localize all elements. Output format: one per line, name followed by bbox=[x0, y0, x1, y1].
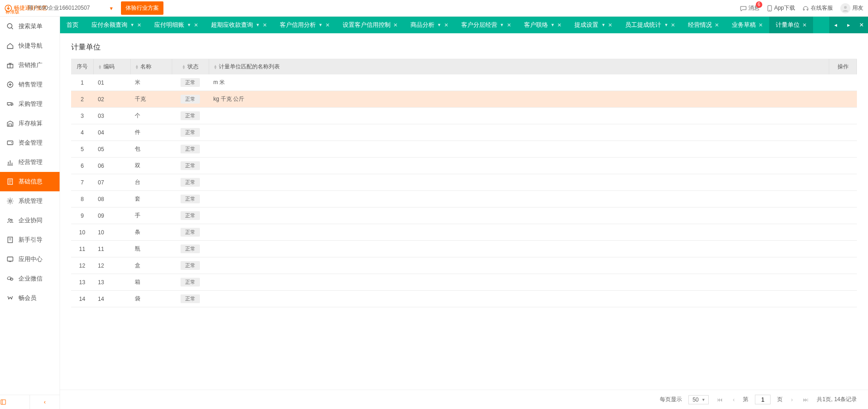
close-icon[interactable]: ✕ bbox=[507, 22, 511, 28]
sidebar-item-11[interactable]: 新手引导 bbox=[0, 230, 60, 250]
svg-point-4 bbox=[7, 24, 12, 28]
sidebar-item-3[interactable]: 销售管理 bbox=[0, 75, 60, 94]
col-code[interactable]: ▲▼编码 bbox=[93, 59, 130, 74]
page-summary: 共1页, 14条记录 bbox=[817, 396, 857, 403]
close-icon[interactable]: ✕ bbox=[444, 22, 448, 28]
tab-4[interactable]: 客户信用分析▼✕ bbox=[273, 17, 336, 33]
sidebar-item-label: 系统管理 bbox=[18, 197, 42, 205]
close-icon[interactable]: ✕ bbox=[137, 22, 141, 28]
cell-op bbox=[829, 141, 857, 158]
tab-1[interactable]: 应付余额查询▼✕ bbox=[85, 17, 148, 33]
close-icon[interactable]: ✕ bbox=[608, 22, 612, 28]
svg-point-14 bbox=[8, 219, 10, 220]
sidebar-item-4[interactable]: 采购管理 bbox=[0, 94, 60, 114]
chart-icon bbox=[6, 159, 14, 166]
close-icon[interactable]: ✕ bbox=[326, 22, 330, 28]
sidebar-footer-left[interactable] bbox=[0, 395, 30, 409]
table-row[interactable]: 1414袋正常 bbox=[71, 291, 857, 307]
tabs-close-all[interactable]: ✕ bbox=[855, 17, 868, 33]
table-row[interactable]: 101米正常m 米 bbox=[71, 74, 857, 91]
sidebar-footer-right[interactable]: ‹ bbox=[30, 395, 60, 409]
table-row[interactable]: 909手正常 bbox=[71, 208, 857, 224]
try-industry-button[interactable]: 体验行业方案 bbox=[121, 1, 163, 15]
table-row[interactable]: 303个正常 bbox=[71, 108, 857, 124]
tab-7[interactable]: 客户分层经营▼✕ bbox=[455, 17, 518, 33]
page-next-button[interactable]: › bbox=[789, 396, 795, 404]
tab-6[interactable]: 商品分析▼✕ bbox=[404, 17, 455, 33]
sidebar-item-6[interactable]: 资金管理 bbox=[0, 133, 60, 153]
table-row[interactable]: 505包正常 bbox=[71, 141, 857, 158]
tab-label: 客户信用分析 bbox=[280, 21, 316, 29]
group-icon bbox=[6, 217, 14, 224]
tenant-select[interactable]: 用户690企业1660120507 ▾ bbox=[24, 4, 116, 12]
tab-0[interactable]: 首页 bbox=[60, 17, 85, 33]
close-icon[interactable]: ✕ bbox=[194, 22, 198, 28]
cell-match bbox=[209, 174, 829, 191]
svg-point-8 bbox=[8, 105, 9, 106]
cell-seq: 9 bbox=[71, 208, 93, 224]
pagination: 每页显示 50 ▾ ⏮ ‹ 第 页 › ⏭ 共1页, 14条记录 bbox=[60, 390, 868, 409]
sidebar-item-8[interactable]: 基础信息 bbox=[0, 172, 60, 191]
online-service-link[interactable]: 在线客服 bbox=[802, 4, 833, 12]
sidebar-item-1[interactable]: 快捷导航 bbox=[0, 36, 60, 55]
per-page-select[interactable]: 50 ▾ bbox=[688, 395, 709, 404]
tab-2[interactable]: 应付明细账▼✕ bbox=[148, 17, 205, 33]
cell-op bbox=[829, 241, 857, 257]
table-row[interactable]: 707台正常 bbox=[71, 174, 857, 191]
tab-11[interactable]: 经营情况✕ bbox=[681, 17, 725, 33]
warehouse-icon bbox=[6, 120, 14, 127]
tab-3[interactable]: 超期应收款查询▼✕ bbox=[205, 17, 273, 33]
close-icon[interactable]: ✕ bbox=[759, 22, 763, 28]
sidebar-item-label: 应用中心 bbox=[18, 255, 42, 263]
sidebar-item-9[interactable]: 系统管理 bbox=[0, 191, 60, 211]
col-match[interactable]: ▲▼计量单位匹配的名称列表 bbox=[209, 59, 829, 74]
page-input[interactable] bbox=[755, 395, 771, 404]
message-link[interactable]: 消息 6 bbox=[740, 4, 760, 12]
app-download-link[interactable]: App下载 bbox=[767, 4, 795, 12]
sidebar-item-13[interactable]: 企业微信 bbox=[0, 269, 60, 288]
page-prev-button[interactable]: ‹ bbox=[731, 396, 736, 404]
close-icon[interactable]: ✕ bbox=[393, 22, 398, 28]
sidebar-item-5[interactable]: 库存核算 bbox=[0, 114, 60, 133]
tab-10[interactable]: 员工提成统计▼✕ bbox=[619, 17, 681, 33]
close-icon[interactable]: ✕ bbox=[671, 22, 675, 28]
close-icon[interactable]: ✕ bbox=[263, 22, 267, 28]
tab-12[interactable]: 业务草稿✕ bbox=[725, 17, 769, 33]
sidebar-item-0[interactable]: 搜索菜单 bbox=[0, 17, 60, 36]
table-row[interactable]: 1212盒正常 bbox=[71, 257, 857, 274]
tab-13[interactable]: 计量单位✕ bbox=[769, 17, 813, 33]
cell-op bbox=[829, 291, 857, 307]
tabs-scroll-right[interactable]: ▸ bbox=[842, 17, 855, 33]
page-first-button[interactable]: ⏮ bbox=[715, 396, 724, 404]
tabs-scroll-left[interactable]: ◂ bbox=[829, 17, 842, 33]
table-row[interactable]: 808套正常 bbox=[71, 191, 857, 208]
cell-op bbox=[829, 208, 857, 224]
sidebar-item-2[interactable]: 营销推广 bbox=[0, 55, 60, 75]
table-row[interactable]: 202千克正常kg 千克 公斤 bbox=[71, 91, 857, 108]
table-row[interactable]: 404件正常 bbox=[71, 124, 857, 141]
cell-code: 01 bbox=[93, 74, 130, 91]
tab-9[interactable]: 提成设置▼✕ bbox=[568, 17, 619, 33]
table-row[interactable]: 606双正常 bbox=[71, 158, 857, 174]
table-row[interactable]: 1313箱正常 bbox=[71, 274, 857, 291]
cell-status: 正常 bbox=[172, 291, 209, 307]
table-row[interactable]: 1111瓶正常 bbox=[71, 241, 857, 257]
sidebar-item-14[interactable]: 畅会员 bbox=[0, 288, 60, 308]
tab-5[interactable]: 设置客户信用控制✕ bbox=[336, 17, 404, 33]
close-icon[interactable]: ✕ bbox=[802, 22, 807, 28]
table-row[interactable]: 1010条正常 bbox=[71, 224, 857, 241]
tab-8[interactable]: 客户联络▼✕ bbox=[518, 17, 568, 33]
col-seq[interactable]: 序号 bbox=[71, 59, 93, 74]
sidebar-item-10[interactable]: 企业协同 bbox=[0, 211, 60, 230]
close-icon[interactable]: ✕ bbox=[557, 22, 561, 28]
close-icon[interactable]: ✕ bbox=[715, 22, 719, 28]
message-badge: 6 bbox=[756, 1, 762, 8]
sidebar-item-7[interactable]: 经营管理 bbox=[0, 153, 60, 172]
col-status[interactable]: ▲▼状态 bbox=[172, 59, 209, 74]
tab-label: 计量单位 bbox=[776, 21, 800, 29]
cell-name: 条 bbox=[130, 224, 172, 241]
col-name[interactable]: ▲▼名称 bbox=[130, 59, 172, 74]
page-last-button[interactable]: ⏭ bbox=[801, 396, 810, 404]
sidebar-item-12[interactable]: 应用中心 bbox=[0, 250, 60, 269]
user-menu[interactable]: 用友 bbox=[840, 3, 863, 13]
